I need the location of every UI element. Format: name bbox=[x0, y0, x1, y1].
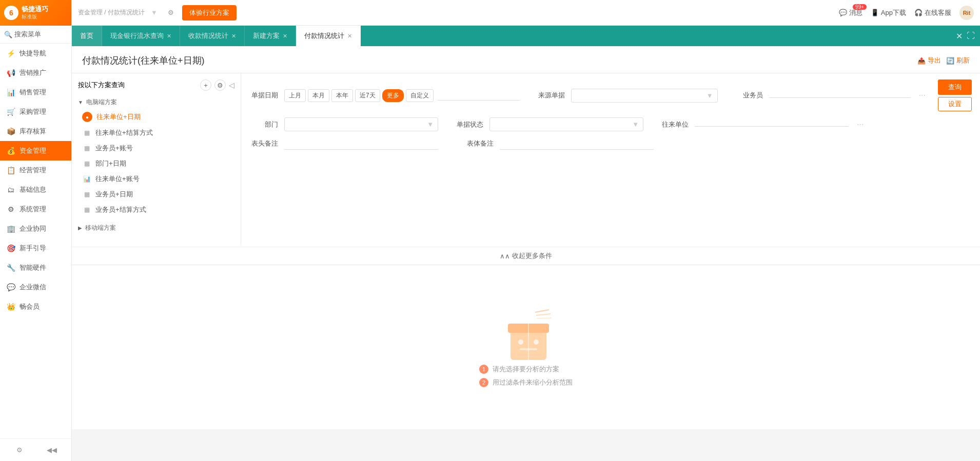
tab-close-all-btn[interactable]: ✕ bbox=[956, 31, 963, 41]
message-btn[interactable]: 💬 消息 99+ bbox=[839, 8, 863, 17]
scheme-item-staff-account[interactable]: ▦ 业务员+账号 bbox=[78, 141, 234, 156]
sidebar-item-wechat[interactable]: 💬 企业微信 bbox=[0, 277, 71, 297]
dept-select[interactable]: ▼ bbox=[284, 117, 438, 131]
sidebar-item-label: 智能硬件 bbox=[19, 263, 46, 272]
empty-illustration bbox=[495, 307, 557, 358]
breadcrumb-arrow: ▼ bbox=[151, 9, 158, 16]
query-btn[interactable]: 查询 bbox=[938, 79, 972, 95]
scheme-item-unit-date[interactable]: ● 往来单位+日期 bbox=[78, 109, 234, 125]
unit-more-btn[interactable]: ··· bbox=[857, 120, 864, 129]
user-avatar[interactable]: Rit bbox=[959, 6, 974, 20]
scheme-item-label: 业务员+结算方式 bbox=[95, 205, 146, 214]
sidebar-item-enterprise[interactable]: 🏢 企业协同 bbox=[0, 219, 71, 238]
pc-section-arrow: ▼ bbox=[78, 99, 83, 105]
scheme-item-staff-settle[interactable]: ▦ 业务员+结算方式 bbox=[78, 202, 234, 217]
custom-btn[interactable]: 自定义 bbox=[406, 89, 434, 102]
sidebar-item-marketing[interactable]: 📢 营销推广 bbox=[0, 63, 71, 83]
sidebar-item-member[interactable]: 👑 畅会员 bbox=[0, 297, 71, 316]
sidebar-item-system[interactable]: ⚙ 系统管理 bbox=[0, 199, 71, 219]
sidebar-search[interactable]: 🔍 搜索菜单 bbox=[0, 26, 71, 44]
this-month-btn[interactable]: 本月 bbox=[308, 89, 329, 102]
scheme-settings-btn[interactable]: ⚙ bbox=[214, 79, 226, 91]
staff-input[interactable] bbox=[769, 93, 911, 98]
last-month-btn[interactable]: 上月 bbox=[284, 89, 306, 102]
sidebar-settings-btn[interactable]: ⚙ bbox=[5, 444, 34, 456]
scheme-icon: ▦ bbox=[82, 190, 91, 199]
more-btn[interactable]: 更多 bbox=[382, 89, 404, 102]
industry-btn[interactable]: 体验行业方案 bbox=[182, 5, 237, 21]
guide-icon: 🎯 bbox=[6, 244, 15, 253]
sidebar-item-inventory[interactable]: 📦 库存核算 bbox=[0, 122, 71, 141]
sidebar-item-label: 销售管理 bbox=[19, 88, 46, 97]
filter-area: 按以下方案查询 + ⚙ ◁ ▼ 电脑端方案 bbox=[72, 73, 980, 245]
staff-more-btn[interactable]: ··· bbox=[919, 91, 926, 100]
last-7-btn[interactable]: 近7天 bbox=[355, 89, 380, 102]
this-year-btn[interactable]: 本年 bbox=[331, 89, 353, 102]
filter-settings-btn[interactable]: 设置 bbox=[938, 97, 972, 111]
unit-input[interactable] bbox=[695, 122, 849, 127]
mobile-section-arrow: ▶ bbox=[78, 225, 82, 231]
svg-line-3 bbox=[535, 310, 549, 312]
note-header-input[interactable] bbox=[284, 137, 438, 150]
scheme-item-unit-account[interactable]: 📊 往来单位+账号 bbox=[78, 171, 234, 187]
sidebar-item-shortcut[interactable]: ⚡ 快捷导航 bbox=[0, 44, 71, 63]
tab-receipt-close[interactable]: ✕ bbox=[231, 33, 236, 39]
status-select[interactable]: ▼ bbox=[489, 117, 643, 131]
sidebar-item-label: 快捷导航 bbox=[19, 49, 46, 58]
note-body-input[interactable] bbox=[500, 137, 654, 150]
mobile-scheme-title[interactable]: ▶ 移动端方案 bbox=[78, 222, 234, 234]
scheme-item-dept-date[interactable]: ▦ 部门+日期 bbox=[78, 156, 234, 171]
tab-payment-label: 付款情况统计 bbox=[304, 31, 344, 41]
tab-home[interactable]: 首页 bbox=[72, 26, 102, 46]
tip-1-text: 请先选择要分析的方案 bbox=[493, 365, 559, 374]
sidebar-item-label: 库存核算 bbox=[19, 127, 46, 136]
page-header-actions: 📤 导出 🔄 刷新 bbox=[917, 56, 970, 71]
wechat-icon: 💬 bbox=[6, 283, 15, 292]
collapse-more-btn[interactable]: ∧∧ 收起更多条件 bbox=[72, 247, 980, 265]
tab-payment-close[interactable]: ✕ bbox=[347, 33, 352, 39]
tab-bank[interactable]: 现金银行流水查询 ✕ bbox=[102, 26, 180, 46]
add-scheme-btn[interactable]: + bbox=[200, 79, 211, 91]
refresh-btn[interactable]: 🔄 刷新 bbox=[946, 56, 970, 65]
tab-receipt[interactable]: 收款情况统计 ✕ bbox=[180, 26, 245, 46]
sidebar-item-capital[interactable]: 💰 资金管理 bbox=[0, 141, 71, 161]
sidebar-item-purchase[interactable]: 🛒 采购管理 bbox=[0, 102, 71, 122]
export-btn[interactable]: 📤 导出 bbox=[917, 56, 941, 65]
sidebar-item-operations[interactable]: 📋 经营管理 bbox=[0, 161, 71, 180]
date-range-input[interactable]: 2022-01-01 至 2022-12-31 bbox=[438, 91, 520, 101]
app-download-btn[interactable]: 📱 App下载 bbox=[871, 8, 906, 17]
sidebar-item-sales[interactable]: 📊 销售管理 bbox=[0, 83, 71, 102]
topbar: 资金管理 / 付款情况统计 ▼ ⚙ 体验行业方案 💬 消息 99+ 📱 App下… bbox=[72, 0, 980, 26]
filter-row-1: 单据日期 上月 本月 本年 近7天 更多 自定义 2022-01-01 至 20… bbox=[249, 79, 972, 111]
svg-rect-8 bbox=[520, 348, 537, 350]
service-btn[interactable]: 🎧 在线客服 bbox=[914, 8, 951, 17]
tab-bank-close[interactable]: ✕ bbox=[167, 33, 171, 39]
collapse-icon: ◀◀ bbox=[47, 446, 57, 454]
svg-line-4 bbox=[536, 314, 551, 315]
tab-maximize-btn[interactable]: ⛶ bbox=[967, 31, 975, 41]
scheme-item-unit-settle[interactable]: ▦ 往来单位+结算方式 bbox=[78, 125, 234, 141]
svg-point-7 bbox=[534, 339, 539, 345]
tab-payment[interactable]: 付款情况统计 ✕ bbox=[296, 26, 361, 46]
sidebar-item-label: 新手引导 bbox=[19, 244, 46, 253]
sidebar-item-guide[interactable]: 🎯 新手引导 bbox=[0, 238, 71, 258]
pc-scheme-title[interactable]: ▼ 电脑端方案 bbox=[78, 96, 234, 109]
topbar-gear-icon[interactable]: ⚙ bbox=[168, 9, 174, 16]
tab-receipt-label: 收款情况统计 bbox=[188, 31, 228, 41]
filter-row-3: 表头备注 表体备注 bbox=[249, 137, 972, 150]
sidebar-collapse-btn[interactable]: ◀◀ bbox=[38, 444, 67, 456]
tab-new-scheme[interactable]: 新建方案 ✕ bbox=[245, 26, 296, 46]
source-select[interactable]: ▼ bbox=[571, 89, 718, 103]
inventory-icon: 📦 bbox=[6, 127, 15, 136]
tab-bank-label: 现金银行流水查询 bbox=[110, 31, 164, 41]
tab-new-scheme-close[interactable]: ✕ bbox=[283, 33, 287, 39]
sidebar-item-hardware[interactable]: 🔧 智能硬件 bbox=[0, 258, 71, 277]
tip-1-num: 1 bbox=[479, 365, 488, 374]
left-panel-collapse-btn[interactable]: ◁ bbox=[229, 81, 234, 89]
sidebar-item-basic[interactable]: 🗂 基础信息 bbox=[0, 180, 71, 199]
operations-icon: 📋 bbox=[6, 166, 15, 175]
staff-label: 业务员 bbox=[734, 91, 763, 100]
scheme-item-staff-date[interactable]: ▦ 业务员+日期 bbox=[78, 187, 234, 202]
service-icon: 🎧 bbox=[914, 9, 923, 16]
sidebar-header: 6 畅捷通巧 标准版 bbox=[0, 0, 71, 26]
